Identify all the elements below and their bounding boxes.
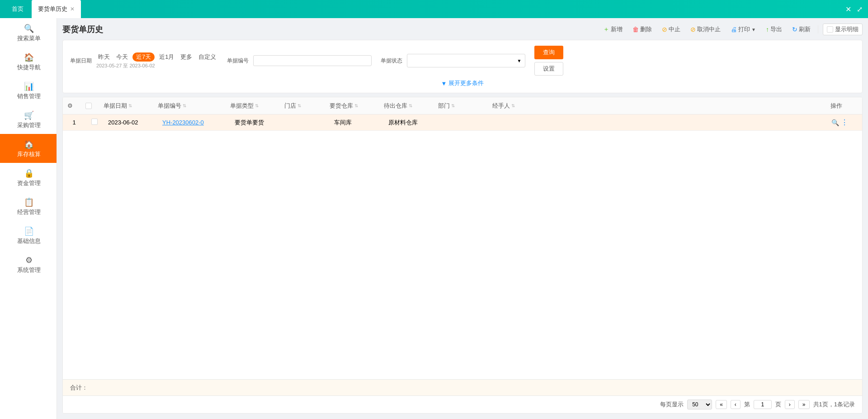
window-maximize-btn[interactable]: ⤢: [857, 5, 863, 14]
sidebar-item-operation[interactable]: 📋 经营管理: [0, 192, 57, 221]
th-date[interactable]: 单据日期 ⇅: [99, 98, 153, 114]
date-shortcut-more[interactable]: 更多: [179, 52, 194, 62]
sidebar-item-purchase[interactable]: 🛒 采购管理: [0, 105, 57, 134]
filter-status-select[interactable]: ▼: [407, 54, 525, 67]
cart-icon: 🛒: [24, 111, 34, 119]
sort-store-icon: ⇅: [297, 103, 301, 108]
next-page-btn[interactable]: ›: [785, 400, 795, 409]
refresh-button[interactable]: ↻ 刷新: [789, 24, 813, 35]
table-footer: 合计：: [63, 379, 862, 395]
row-checkbox[interactable]: [91, 119, 98, 125]
window-close-btn[interactable]: ✕: [845, 5, 851, 14]
plus-icon: ＋: [603, 25, 609, 33]
sidebar-item-search[interactable]: 🔍 搜索菜单: [0, 18, 57, 47]
show-detail-button[interactable]: 显示明细: [823, 24, 863, 35]
toolbar: ＋ 新增 🗑 删除 ⊘ 中止 ⊘ 取消中止 🖨 打印: [600, 24, 863, 35]
sort-no-icon: ⇅: [183, 103, 186, 108]
th-settings[interactable]: ⚙: [63, 99, 81, 113]
th-date-label: 单据日期: [104, 102, 127, 110]
sort-wh1-icon: ⇅: [354, 103, 358, 108]
th-store-label: 门店: [284, 102, 296, 110]
date-shortcut-today[interactable]: 今天: [114, 52, 130, 62]
new-label: 新增: [611, 25, 623, 33]
checkbox-detail[interactable]: [827, 26, 833, 33]
date-range-text: 2023-05-27 至 2023-06-02: [96, 62, 218, 69]
new-button[interactable]: ＋ 新增: [600, 24, 625, 35]
doc-icon: 📄: [24, 227, 34, 235]
th-type[interactable]: 单据类型 ⇅: [226, 98, 280, 114]
sidebar-item-finance[interactable]: 🔒 资金管理: [0, 163, 57, 192]
row-view-icon[interactable]: 🔍: [831, 119, 839, 126]
td-dept: [438, 120, 492, 125]
sidebar-item-sales[interactable]: 📊 销售管理: [0, 76, 57, 105]
footer-total-label: 合计：: [70, 384, 88, 392]
sidebar-item-inventory[interactable]: 🏠 库存核算: [0, 134, 57, 163]
expand-more-btn[interactable]: ▼ 展开更多条件: [70, 79, 855, 87]
settings-button[interactable]: 设置: [534, 62, 563, 76]
td-check[interactable]: [85, 116, 104, 129]
top-bar-right: ✕ ⤢: [845, 5, 863, 14]
print-icon: 🖨: [731, 26, 737, 33]
page-size-label: 每页显示: [660, 400, 684, 409]
th-check: [81, 99, 99, 113]
sidebar-item-basic[interactable]: 📄 基础信息: [0, 221, 57, 250]
row-more-icon[interactable]: ⋮: [841, 118, 848, 127]
th-wh2[interactable]: 待出仓库 ⇅: [379, 98, 434, 114]
delete-label: 删除: [640, 25, 652, 33]
first-page-btn[interactable]: «: [716, 400, 727, 409]
sidebar-item-purchase-label: 采购管理: [17, 121, 41, 129]
sidebar-item-nav[interactable]: 🏠 快捷导航: [0, 47, 57, 76]
sidebar-item-finance-label: 资金管理: [17, 179, 41, 187]
th-wh2-label: 待出仓库: [384, 102, 407, 110]
delete-button[interactable]: 🗑 删除: [630, 24, 655, 35]
th-store[interactable]: 门店 ⇅: [280, 98, 325, 114]
td-ops: 🔍 ⋮: [826, 115, 862, 129]
top-bar: 首页 要货单历史 ✕ ✕ ⤢: [0, 0, 868, 18]
date-shortcut-yesterday[interactable]: 昨天: [96, 52, 112, 62]
th-handler[interactable]: 经手人 ⇅: [488, 98, 542, 114]
page-header: 要货单历史 ＋ 新增 🗑 删除 ⊘ 中止 ⊘ 取消中止: [62, 24, 863, 35]
page-title: 要货单历史: [62, 24, 103, 35]
th-no[interactable]: 单据编号 ⇅: [153, 98, 226, 114]
th-ops-label: 操作: [830, 102, 842, 110]
sidebar-item-system[interactable]: ⚙ 系统管理: [0, 250, 57, 279]
date-shortcut-custom[interactable]: 自定义: [197, 52, 218, 62]
filter-area: 单据日期 昨天 今天 近7天 近1月 更多 自定义 2023-05-27 至 2…: [62, 40, 863, 93]
cancel-icon: ⊘: [690, 26, 696, 33]
page-summary: 共1页，1条记录: [813, 400, 855, 409]
table-settings-icon[interactable]: ⚙: [67, 102, 73, 109]
query-button[interactable]: 查询: [534, 46, 563, 59]
tab-home[interactable]: 首页: [5, 0, 30, 18]
toolbar-divider: [818, 25, 818, 33]
print-dropdown-icon[interactable]: ▼: [751, 27, 756, 32]
filter-docno-input[interactable]: [253, 55, 372, 66]
date-shortcut-1month[interactable]: 近1月: [157, 52, 176, 62]
last-page-btn[interactable]: »: [798, 400, 810, 409]
tab-history[interactable]: 要货单历史 ✕: [32, 0, 81, 18]
delete-icon: 🗑: [632, 26, 639, 33]
td-store: [284, 120, 330, 125]
filter-docno-item: 单据编号: [227, 55, 372, 66]
prev-page-btn[interactable]: ‹: [731, 400, 741, 409]
print-button[interactable]: 🖨 打印 ▼: [728, 24, 759, 35]
th-wh1-label: 要货仓库: [330, 102, 353, 110]
sidebar-item-inventory-label: 库存核算: [17, 150, 41, 158]
date-shortcut-7days[interactable]: 近7天: [132, 52, 155, 62]
cancel-stop-button[interactable]: ⊘ 取消中止: [688, 24, 723, 35]
export-button[interactable]: ↑ 导出: [763, 24, 785, 35]
tab-history-close[interactable]: ✕: [70, 6, 75, 12]
td-date: 2023-06-02: [104, 116, 158, 129]
select-all-checkbox[interactable]: [85, 103, 92, 109]
th-ops: 操作: [826, 98, 862, 114]
stop-button[interactable]: ⊘ 中止: [659, 24, 683, 35]
th-dept[interactable]: 部门 ⇅: [434, 98, 488, 114]
td-wh1: 车间库: [330, 116, 384, 129]
expand-more-label: 展开更多条件: [448, 79, 484, 87]
page-number-input[interactable]: [754, 400, 772, 409]
sort-wh2-icon: ⇅: [409, 103, 412, 108]
th-dept-label: 部门: [438, 102, 450, 110]
page-size-select[interactable]: 10 20 50 100: [687, 400, 712, 409]
td-no[interactable]: YH-20230602-0: [158, 116, 230, 129]
th-wh1[interactable]: 要货仓库 ⇅: [325, 98, 379, 114]
filter-row: 单据日期 昨天 今天 近7天 近1月 更多 自定义 2023-05-27 至 2…: [70, 46, 855, 76]
